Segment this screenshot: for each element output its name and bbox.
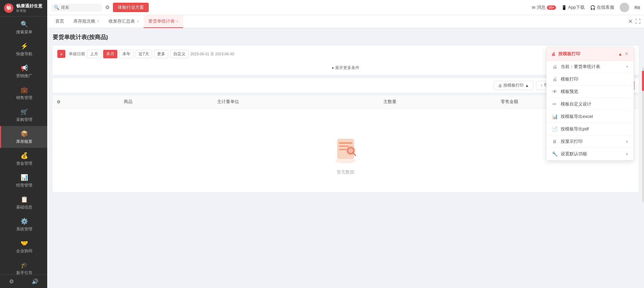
print-template-label: 按模板打印 [503,83,524,88]
sidebar-item-guide[interactable]: 🎓新手引导 [0,257,47,275]
sidebar-item-basic[interactable]: 📋基础信息 [0,192,47,214]
col-header-qty: 主数量 [379,95,497,108]
message-label: 消息 [537,4,546,10]
sidebar-item-shortcut[interactable]: ⚡快捷导航 [0,38,47,60]
close-window-button[interactable]: ✕ [628,18,633,25]
tab-close-summary[interactable]: × [137,19,139,23]
sidebar-item-system[interactable]: ⚙️系统管理 [0,214,47,235]
date-btn-curr[interactable]: 本月 [103,50,117,58]
sidebar-item-marketing[interactable]: 📢营销推广 [0,60,47,82]
date-btn-prev[interactable]: 上月 [87,50,101,58]
sidebar-label-guide: 新手引导 [16,270,32,275]
tabbar-window-actions: ✕ ⛶ [628,18,641,25]
settings-bottom-icon[interactable]: ⚙ [9,278,14,285]
dropdown-template-preview[interactable]: 👁 模板预览 [547,86,634,98]
dropdown-display-print[interactable]: 🖥 按显示打印 ▾ [547,135,634,148]
sidebar-item-sales[interactable]: 💼销售管理 [0,82,47,104]
dropdown-template-design[interactable]: ✏ 模板自定义设计 [547,98,634,110]
sidebar-label-purchase: 采购管理 [16,117,32,123]
template-excel-label: 按模板导出excel [561,114,593,120]
sidebar-label-marketing: 营销推广 [16,73,32,79]
date-btn-year[interactable]: 本年 [119,50,134,58]
topbar-settings-icon[interactable]: ⚙ [105,4,110,10]
online-service-icon: 🎧 [590,5,595,10]
sidebar-label-finance: 资金管理 [16,161,32,166]
right-scrollbar-thumb [642,71,644,91]
sidebar-item-operations[interactable]: 📊经营管理 [0,170,47,192]
sound-bottom-icon[interactable]: 🔊 [32,278,38,285]
expand-conditions-button[interactable]: ▾ 展开更多条件 [332,65,359,71]
filter-expand-button[interactable]: » [57,50,65,58]
sidebar-item-inventory[interactable]: 📦库存核算 [0,126,47,148]
tab-order-stats[interactable]: 要货单统计表 × [144,15,183,28]
set-default-label: 设置默认功能 [561,151,587,157]
print-template-button[interactable]: 🖨 按模板打印 ▲ [494,81,533,90]
dropdown-template-print[interactable]: 🖨 模板打印 [547,73,634,86]
sidebar-item-search[interactable]: 🔍搜索菜单 [0,17,47,38]
date-filter-label: 单据日期 [69,51,85,57]
date-filter-group: 单据日期 上月 本月 本年 近7天 更多 自定义 2023-06-01 至 20… [69,50,234,58]
expand-conditions-chevron-icon: ▾ [332,66,334,70]
message-badge: 99+ [547,5,556,10]
dropdown-header-actions: ▲ ✕ [618,51,629,57]
sidebar-label-shortcut: 快捷导航 [16,51,32,57]
tab-label-summary: 收发存汇总表 [109,18,135,24]
tab-close-order-stats[interactable]: × [176,19,178,23]
topbar: 🔍 ⚙ 体验行业方案 ✉ 消息 99+ 📱 App下载 🎧 在线客服 Rit [47,0,644,15]
template-print-icon: 🖨 [552,76,557,82]
dropdown-chevron-icon[interactable]: ▲ [618,52,622,57]
sidebar-item-collab[interactable]: 🤝企业协同 [0,235,47,257]
app-logo-text: 畅康通好生意 标准版 [16,3,42,13]
tab-label-order-stats: 要货单统计表 [148,18,175,24]
print-icon: 🖨 [498,83,502,88]
topbar-actions: ✉ 消息 99+ 📱 App下载 🎧 在线客服 Rit [532,3,640,12]
display-print-chevron-icon: ▾ [626,139,628,144]
date-btn-week7[interactable]: 近7天 [136,50,152,58]
sidebar-icon-inventory: 📦 [21,130,28,137]
print-template-dropdown: 🖨 按模板打印 ▲ ✕ 🖨 当前：要货单统计表 ▾ 🖨 模板打印 👁 模板预览 … [546,47,634,161]
dropdown-template-excel[interactable]: 📊 按模板导出excel [547,110,634,123]
tab-home[interactable]: 首页 [51,15,69,28]
message-action[interactable]: ✉ 消息 99+ [532,4,556,10]
sidebar-icon-marketing: 📢 [21,64,28,72]
app-download-icon: 📱 [561,5,567,10]
template-preview-label: 模板预览 [561,89,578,95]
date-btn-custom[interactable]: 自定义 [170,50,188,58]
dropdown-template-pdf[interactable]: 📄 按模板导出pdf [547,123,634,135]
right-scrollbar[interactable] [642,67,644,202]
dropdown-current-item[interactable]: 🖨 当前：要货单统计表 ▾ [547,61,634,73]
export-icon: ↑ [540,83,543,88]
current-template-label: 当前：要货单统计表 [561,64,600,70]
dropdown-title: 🖨 按模板打印 [551,51,580,57]
trial-industry-button[interactable]: 体验行业方案 [113,3,149,12]
sidebar-item-finance[interactable]: 💰资金管理 [0,148,47,170]
app-download-action[interactable]: 📱 App下载 [561,4,585,10]
message-icon: ✉ [532,5,535,10]
dropdown-close-button[interactable]: ✕ [624,51,629,57]
maximize-window-button[interactable]: ⛶ [635,19,641,25]
empty-text: 暂无数据 [337,169,354,175]
app-title: 畅康通好生意 [16,3,42,9]
date-btn-more[interactable]: 更多 [154,50,168,58]
search-input[interactable] [61,5,95,10]
svg-rect-3 [339,146,349,147]
tab-summary[interactable]: 收发存汇总表 × [104,15,143,28]
template-excel-icon: 📊 [552,114,557,119]
expand-conditions-label: 展开更多条件 [335,65,359,71]
sidebar-item-purchase[interactable]: 🛒采购管理 [0,104,47,126]
user-avatar[interactable] [620,3,629,12]
col-header-unit: 主计量单位 [213,95,379,108]
sidebar-icon-shortcut: ⚡ [21,42,28,50]
tab-label-batch: 库存批次账 [74,18,95,24]
topbar-search-box[interactable]: 🔍 [51,4,102,11]
tab-batch[interactable]: 库存批次账 × [69,15,104,28]
dropdown-set-default[interactable]: 🔧 设置默认功能 ▾ [547,148,634,160]
set-default-icon: 🔧 [552,151,557,157]
col-header-gear[interactable]: ⚙ [53,95,120,108]
tab-close-batch[interactable]: × [97,19,99,23]
template-design-label: 模板自定义设计 [561,101,591,107]
online-service-action[interactable]: 🎧 在线客服 [590,4,614,10]
sidebar-icon-operations: 📊 [21,174,28,181]
template-preview-icon: 👁 [552,89,557,94]
sidebar-label-system: 系统管理 [16,226,32,232]
